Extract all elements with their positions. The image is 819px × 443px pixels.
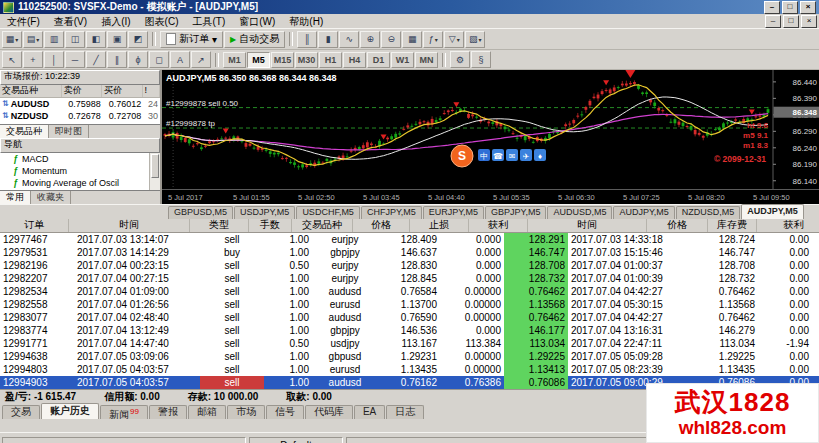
terminal-tab-4[interactable]: 邮箱 bbox=[188, 405, 226, 419]
periods-icon[interactable]: ▽▾ bbox=[444, 31, 464, 48]
timeframe-h1-button[interactable]: H1 bbox=[319, 52, 342, 68]
chart-tab-usdjpy-m5[interactable]: USDJPY,M5 bbox=[234, 206, 295, 219]
navigator-item[interactable]: ƒMomentum bbox=[0, 165, 160, 177]
terminal-tab-3[interactable]: 警报 bbox=[149, 405, 187, 419]
chart-tab-chfjpy-m5[interactable]: CHFJPY,M5 bbox=[361, 206, 422, 219]
trendline-icon[interactable]: ╱ bbox=[86, 51, 106, 68]
chart-tab-nzdusd-m5[interactable]: NZDUSD,M5 bbox=[676, 206, 741, 219]
arrow-marker-icon[interactable]: ↗ bbox=[191, 51, 211, 68]
menu-item[interactable]: 帮助(H) bbox=[282, 15, 330, 28]
market-watch-row[interactable]: ⇅AUDUSD0.759880.7601224 bbox=[0, 98, 160, 110]
timeframe-m5-button[interactable]: M5 bbox=[247, 52, 270, 68]
shapes-icon[interactable]: ◻ bbox=[149, 51, 169, 68]
chart-tab-audusd-m5[interactable]: AUDUSD,M5 bbox=[547, 206, 612, 219]
menu-item[interactable]: 文件(F) bbox=[0, 15, 47, 28]
zoom-out-icon[interactable]: ⊖ bbox=[381, 31, 401, 48]
timeframe-h4-button[interactable]: H4 bbox=[343, 52, 366, 68]
history-row[interactable]: 129946382017.07.05 03:09:06sell1.00gbpus… bbox=[0, 350, 819, 363]
history-header-close_time[interactable]: 时间 bbox=[528, 219, 647, 232]
history-header-open_time[interactable]: 时间 bbox=[69, 219, 190, 232]
price-chart[interactable]: 86.44086.39086.34086.29086.24086.19086.1… bbox=[162, 70, 819, 204]
history-row[interactable]: 129830772017.07.04 02:48:40sell1.00audus… bbox=[0, 311, 819, 324]
bar-chart-icon[interactable]: ║ bbox=[297, 31, 317, 48]
history-row[interactable]: 129821962017.07.04 00:23:15sell0.50eurjp… bbox=[0, 259, 819, 272]
chart-tab-gbpusd-m5[interactable]: GBPUSD,M5 bbox=[168, 206, 233, 219]
chart-tab-eurjpy-m5[interactable]: EURJPY,M5 bbox=[423, 206, 484, 219]
cursor-icon[interactable]: ↖ bbox=[2, 51, 22, 68]
chart-maximize-button[interactable]: □ bbox=[783, 15, 799, 28]
profile-selector[interactable]: Default bbox=[249, 437, 343, 443]
close-button[interactable]: × bbox=[800, 1, 816, 14]
chart-tab-audjpy-m5[interactable]: AUDJPY,M5 bbox=[741, 204, 804, 219]
indicators-icon[interactable]: ƒ▾ bbox=[423, 31, 443, 48]
history-row[interactable]: 129774672017.07.03 13:14:07sell1.00eurjp… bbox=[0, 233, 819, 246]
zoom-in-icon[interactable]: ⊕ bbox=[360, 31, 380, 48]
menu-item[interactable]: 图表(C) bbox=[138, 15, 186, 28]
timeframe-mn-button[interactable]: MN bbox=[415, 52, 438, 68]
strategy-tester-icon[interactable]: ◩ bbox=[128, 31, 148, 48]
history-row[interactable]: 129825582017.07.04 01:26:56sell1.00eurus… bbox=[0, 298, 819, 311]
autotrading-button[interactable]: ▶自动交易 bbox=[224, 31, 285, 48]
candlestick-chart[interactable]: 86.44086.39086.34086.29086.24086.19086.1… bbox=[162, 70, 819, 204]
timeframe-w1-button[interactable]: W1 bbox=[391, 52, 414, 68]
timeframe-d1-button[interactable]: D1 bbox=[367, 52, 390, 68]
terminal-tab-7[interactable]: 代码库 bbox=[305, 405, 353, 419]
history-row[interactable]: 129822072017.07.04 00:27:15sell1.00eurjp… bbox=[0, 272, 819, 285]
terminal-tab-0[interactable]: 交易 bbox=[2, 405, 40, 419]
data-window-icon[interactable]: ◫ bbox=[65, 31, 85, 48]
history-header-profit[interactable]: 获利 bbox=[757, 219, 819, 232]
timeframe-m30-button[interactable]: M30 bbox=[295, 52, 318, 68]
history-row[interactable]: 129825342017.07.04 01:09:00sell1.00audus… bbox=[0, 285, 819, 298]
history-header-sl[interactable]: 止损 bbox=[410, 219, 469, 232]
terminal-tab-ea[interactable]: EA bbox=[354, 405, 385, 419]
navigator-item[interactable]: ƒMoving Average of Oscil bbox=[0, 177, 160, 189]
expert-advisor-icon[interactable]: ⚙ bbox=[450, 51, 470, 68]
history-row[interactable]: 129837742017.07.04 13:12:49sell1.00gbpjp… bbox=[0, 324, 819, 337]
chart-tab-usdchf-m5[interactable]: USDCHF,M5 bbox=[296, 206, 360, 219]
market-watch-tab[interactable]: 交易品种 bbox=[0, 125, 49, 138]
chart-minimize-button[interactable]: – bbox=[765, 15, 781, 28]
history-header-tp[interactable]: 获利 bbox=[469, 219, 528, 232]
profiles-icon[interactable]: ▤▾ bbox=[23, 31, 43, 48]
menu-item[interactable]: 插入(I) bbox=[94, 15, 137, 28]
history-header-symbol[interactable]: 交易品种 bbox=[292, 219, 353, 232]
market-watch-tab[interactable]: 即时图 bbox=[49, 125, 89, 138]
chart-tab-audjpy-m5[interactable]: AUDJPY,M5 bbox=[613, 206, 674, 219]
minimize-button[interactable]: – bbox=[764, 1, 780, 14]
equidistant-channel-icon[interactable]: ∥ bbox=[107, 51, 127, 68]
history-header-swap[interactable]: 库存费 bbox=[708, 219, 757, 232]
crosshair-icon[interactable]: + bbox=[23, 51, 43, 68]
history-header-price[interactable]: 价格 bbox=[353, 219, 410, 232]
navigator-item[interactable]: ƒMACD bbox=[0, 153, 160, 165]
navigator-tab[interactable]: 常用 bbox=[0, 191, 31, 204]
history-header-close_price[interactable]: 价格 bbox=[647, 219, 708, 232]
history-row[interactable]: 129948032017.07.05 04:03:57sell1.00eurus… bbox=[0, 363, 819, 376]
history-header-type[interactable]: 类型 bbox=[190, 219, 249, 232]
timeframe-m15-button[interactable]: M15 bbox=[271, 52, 294, 68]
history-row[interactable]: 129917712017.07.04 14:47:40sell0.50usdjp… bbox=[0, 337, 819, 350]
history-row[interactable]: 129795312017.07.03 14:14:29buy1.00gbpjpy… bbox=[0, 246, 819, 259]
candlestick-chart-icon[interactable]: ▮ bbox=[318, 31, 338, 48]
tile-windows-icon[interactable]: ▦ bbox=[402, 31, 422, 48]
market-watch-icon[interactable]: ▥ bbox=[44, 31, 64, 48]
terminal-tab-2[interactable]: 新闻99 bbox=[100, 405, 148, 419]
navigator-tab[interactable]: 收藏夹 bbox=[31, 191, 71, 204]
horizontal-line-icon[interactable]: ─ bbox=[65, 51, 85, 68]
navigator-scrollbar[interactable] bbox=[149, 153, 160, 191]
terminal-tab-6[interactable]: 信号 bbox=[266, 405, 304, 419]
new-order-button[interactable]: 新订单▾ bbox=[160, 31, 223, 48]
terminal-icon[interactable]: ▣ bbox=[107, 31, 127, 48]
timeframe-m1-button[interactable]: M1 bbox=[223, 52, 246, 68]
menu-item[interactable]: 窗口(W) bbox=[232, 15, 282, 28]
history-header-lots[interactable]: 手数 bbox=[249, 219, 292, 232]
templates-icon[interactable]: ▧▾ bbox=[465, 31, 485, 48]
history-header-order[interactable]: 订单 bbox=[0, 219, 69, 232]
text-label-icon[interactable]: A bbox=[170, 51, 190, 68]
chart-tab-gbpjpy-m5[interactable]: GBPJPY,M5 bbox=[485, 206, 546, 219]
terminal-tab-9[interactable]: 日志 bbox=[386, 405, 424, 419]
menu-item[interactable]: 工具(T) bbox=[185, 15, 232, 28]
menu-item[interactable]: 查看(V) bbox=[47, 15, 94, 28]
vertical-line-icon[interactable]: │ bbox=[44, 51, 64, 68]
terminal-tab-1[interactable]: 账户历史 bbox=[41, 403, 99, 419]
new-chart-icon[interactable]: ▦▾ bbox=[2, 31, 22, 48]
